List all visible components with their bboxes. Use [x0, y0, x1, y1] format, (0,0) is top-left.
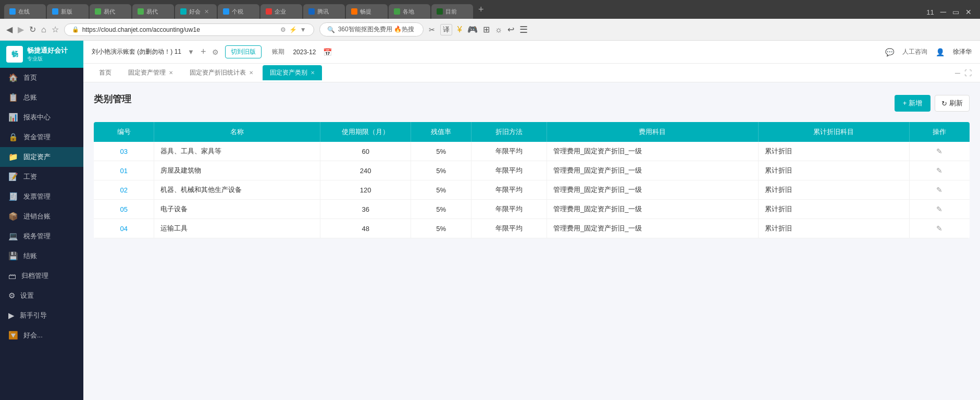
- sidebar-item-checkout[interactable]: 💾 结账: [0, 246, 83, 266]
- add-account-button[interactable]: +: [201, 46, 206, 57]
- app-logo: 畅: [6, 46, 23, 63]
- close-icon[interactable]: ✕: [965, 8, 972, 16]
- tab-depreciation[interactable]: 固定资产折旧统计表 ✕: [182, 65, 260, 80]
- tab-window-controls: ─ ⛶: [955, 69, 972, 77]
- address-bar: ◀ ▶ ↻ ⌂ ☆ 🔒 https://cloud.chanjet.com/ac…: [0, 19, 980, 41]
- cell-code: 04: [94, 219, 154, 238]
- back-button[interactable]: ◀: [6, 25, 13, 34]
- home-icon: 🏠: [8, 73, 18, 82]
- search-icon: 🔍: [327, 26, 335, 33]
- tab-fixed-mgmt[interactable]: 固定资产管理 ✕: [121, 65, 180, 80]
- browser-tab-7[interactable]: 企业: [260, 4, 302, 19]
- cell-accumulated-account: 累计折旧: [758, 180, 909, 200]
- cell-action[interactable]: ✎: [909, 200, 970, 219]
- add-button[interactable]: + 新增: [895, 95, 931, 112]
- bookmark-button[interactable]: ☆: [52, 25, 59, 34]
- grid-icon[interactable]: ⊞: [483, 25, 490, 34]
- table-row: 01 房屋及建筑物 240 5% 年限平均 管理费用_固定资产折旧_一级 累计折…: [94, 161, 970, 180]
- menu-icon[interactable]: ☰: [519, 24, 528, 35]
- tab-add-button[interactable]: +: [474, 4, 488, 15]
- brightness-icon[interactable]: ☼: [495, 25, 503, 34]
- edit-icon[interactable]: ✎: [936, 205, 942, 213]
- switch-to-old-btn[interactable]: 切到旧版: [225, 45, 262, 58]
- edit-icon[interactable]: ✎: [936, 147, 942, 155]
- cell-action[interactable]: ✎: [909, 180, 970, 200]
- secure-icon: 🔒: [72, 26, 79, 33]
- dropdown-icon[interactable]: ▼: [300, 26, 306, 33]
- refresh-button[interactable]: ↻ 刷新: [935, 95, 970, 112]
- tab-category[interactable]: 固定资产类别 ✕: [263, 65, 322, 80]
- translate-icon[interactable]: 译: [440, 24, 452, 35]
- tab-fixed-mgmt-close[interactable]: ✕: [169, 70, 173, 76]
- edit-icon[interactable]: ✎: [936, 166, 942, 175]
- sidebar-item-funds[interactable]: 🔒 资金管理: [0, 127, 83, 147]
- sidebar-item-guide[interactable]: ▶ 新手引导: [0, 306, 83, 325]
- tab-depreciation-close[interactable]: ✕: [249, 70, 253, 76]
- site-settings-icon[interactable]: ⚙: [280, 26, 286, 33]
- tab-expand-icon[interactable]: ⛶: [964, 69, 972, 77]
- sidebar-item-ledger[interactable]: 📋 总账: [0, 88, 83, 107]
- browser-tab-4[interactable]: 易代: [132, 4, 174, 19]
- more-icon: 🔽: [8, 331, 18, 340]
- sidebar-item-archive[interactable]: 🗃 归档管理: [0, 266, 83, 286]
- settings-gear-icon[interactable]: ⚙: [212, 48, 219, 56]
- search-bar[interactable]: 🔍 360智能抠图免费用 🔥热搜: [319, 22, 424, 37]
- cut-icon[interactable]: ✂: [429, 26, 435, 34]
- home-button[interactable]: ⌂: [41, 25, 46, 34]
- col-code: 编号: [94, 122, 154, 142]
- cell-accumulated-account: 累计折旧: [758, 161, 909, 180]
- calendar-icon[interactable]: 📅: [323, 48, 332, 56]
- browser-tab-5[interactable]: 好会 ✕: [175, 4, 217, 19]
- sidebar-item-more[interactable]: 🔽 好会...: [0, 325, 83, 345]
- cell-action[interactable]: ✎: [909, 161, 970, 180]
- sidebar-item-settings[interactable]: ⚙ 设置: [0, 286, 83, 306]
- cell-residual-rate: 5%: [411, 200, 472, 219]
- browser-tab-11[interactable]: 目前: [431, 4, 473, 19]
- payroll-icon: 📝: [8, 172, 18, 181]
- address-input-wrapper[interactable]: 🔒 https://cloud.chanjet.com/accounting/u…: [64, 23, 314, 36]
- consult-label[interactable]: 人工咨询: [902, 47, 927, 56]
- edit-icon[interactable]: ✎: [936, 186, 942, 194]
- reload-button[interactable]: ↻: [29, 25, 36, 34]
- browser-tab-1[interactable]: 在线: [4, 4, 46, 19]
- sidebar-item-home[interactable]: 🏠 首页: [0, 68, 83, 88]
- sidebar-item-fixed-assets[interactable]: 📁 固定资产: [0, 147, 83, 167]
- page-tabs-bar: 首页 固定资产管理 ✕ 固定资产折旧统计表 ✕ 固定资产类别 ✕ ─ ⛶: [83, 64, 980, 82]
- browser-tab-8[interactable]: 腾讯: [303, 4, 345, 19]
- cell-action[interactable]: ✎: [909, 142, 970, 161]
- sidebar-item-reports[interactable]: 📊 报表中心: [0, 107, 83, 127]
- browser-tab-6[interactable]: 个税: [218, 4, 259, 19]
- archive-icon: 🗃: [8, 272, 16, 281]
- browser-tab-9[interactable]: 畅提: [346, 4, 388, 19]
- cell-expense-account: 管理费用_固定资产折旧_一级: [547, 200, 758, 219]
- browser-tab-3[interactable]: 易代: [90, 4, 131, 19]
- restore-icon[interactable]: ▭: [952, 8, 959, 16]
- window-controls: 11 ─ ▭ ✕: [926, 7, 976, 19]
- tab-category-close[interactable]: ✕: [311, 70, 315, 76]
- lightning-icon[interactable]: ⚡: [289, 26, 297, 33]
- tax-icon: 💻: [8, 232, 18, 241]
- game-icon[interactable]: 🎮: [467, 25, 478, 34]
- app-subtitle: 专业版: [27, 55, 68, 63]
- period-value: 2023-12: [293, 49, 316, 56]
- undo-icon[interactable]: ↩: [507, 25, 514, 34]
- sidebar-item-payroll[interactable]: 📝 工资: [0, 167, 83, 187]
- tab-home[interactable]: 首页: [92, 65, 119, 80]
- user-avatar-icon: 👤: [936, 48, 945, 56]
- browser-tab-2[interactable]: 新版: [47, 4, 89, 19]
- tab-close-icon[interactable]: ✕: [204, 8, 209, 15]
- invoice-icon: 🧾: [8, 192, 18, 201]
- edit-icon[interactable]: ✎: [936, 224, 942, 233]
- cell-code: 02: [94, 180, 154, 200]
- cell-action[interactable]: ✎: [909, 219, 970, 238]
- sidebar-item-invoice[interactable]: 🧾 发票管理: [0, 187, 83, 207]
- tab-minimize-icon[interactable]: ─: [955, 69, 960, 77]
- minimize-icon[interactable]: ─: [940, 7, 946, 17]
- wallet-icon[interactable]: ¥: [457, 25, 462, 34]
- sidebar-item-purchase-sales[interactable]: 📦 进销台账: [0, 207, 83, 226]
- forward-button[interactable]: ▶: [18, 25, 24, 34]
- cell-name: 电子设备: [154, 200, 320, 219]
- browser-tab-10[interactable]: 各地: [389, 4, 430, 19]
- sidebar-item-tax[interactable]: 💻 税务管理: [0, 226, 83, 246]
- dropdown-arrow[interactable]: ▼: [188, 48, 194, 56]
